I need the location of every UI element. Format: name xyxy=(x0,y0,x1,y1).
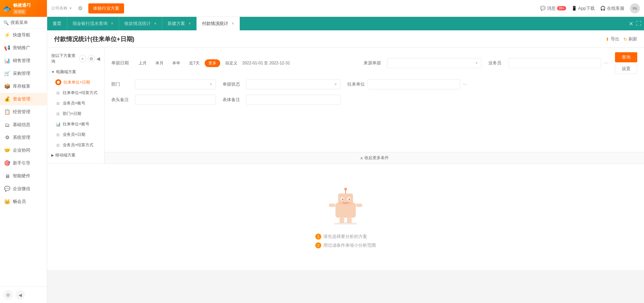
sidebar-collapse-button[interactable]: ◀ xyxy=(16,290,25,300)
search-menu-button[interactable]: 🔍 搜索菜单 xyxy=(0,17,47,29)
trial-button[interactable]: 体验行业方案 xyxy=(88,3,124,13)
sidebar-item-vip[interactable]: 👑 畅会员 xyxy=(0,195,47,208)
sidebar-item-hardware[interactable]: 🖥 智能硬件 xyxy=(0,170,47,182)
sidebar-item-basic-info[interactable]: 🗂 基础信息 xyxy=(0,118,47,131)
scheme-collapse-button[interactable]: ◀ xyxy=(96,56,100,61)
tab-receivable[interactable]: 收款情况统计 × xyxy=(119,17,162,30)
date-btn-last-7-days[interactable]: 近7天 xyxy=(185,59,203,67)
header-note-input[interactable] xyxy=(135,95,216,105)
scheme-item-salesman-date[interactable]: ⊞ 业务员+日期 xyxy=(47,129,104,140)
tab-payment-stats[interactable]: 付款情况统计 × xyxy=(197,17,240,30)
sidebar-item-operations[interactable]: 📋 经营管理 xyxy=(0,105,47,118)
date-label: 单据日期 xyxy=(111,60,135,66)
dept-label: 部门 xyxy=(111,81,135,87)
scheme-add-button[interactable]: + xyxy=(79,55,86,62)
scheme-item-salesman-payment[interactable]: ⊞ 业务员+结算方式 xyxy=(47,140,104,150)
sidebar-item-inventory[interactable]: 📦 库存核算 xyxy=(0,80,47,93)
user-avatar-text: Rit xyxy=(633,6,637,10)
partner-input[interactable] xyxy=(368,79,460,89)
tab-close-all-button[interactable]: ✕ xyxy=(629,21,633,27)
scheme-item-dept-date[interactable]: ⊞ 部门+日期 xyxy=(47,109,104,119)
sidebar-footer-settings[interactable]: ⚙ xyxy=(3,290,13,300)
scheme-item-salesman-payment-label: 业务员+结算方式 xyxy=(63,142,93,148)
empty-robot-svg xyxy=(322,184,369,224)
scheme-item-unit-date-label: 往来单位+日期 xyxy=(63,80,90,85)
scheme-group-mobile-header[interactable]: ▶ 移动端方案 xyxy=(47,150,104,160)
empty-tip-2: 2 用过滤条件来缩小分析范围 xyxy=(315,241,376,250)
sidebar-item-label: 基础信息 xyxy=(13,122,30,128)
export-icon: ⬆ xyxy=(606,37,609,42)
tab-cash-bank[interactable]: 现金银行流水查询 × xyxy=(67,17,119,30)
scheme-item-table-icon4: ⊞ xyxy=(55,132,61,138)
salesman-input[interactable] xyxy=(508,58,601,68)
scheme-settings-button[interactable]: ⚙ xyxy=(88,55,95,62)
sidebar-item-sales[interactable]: 📊 销售管理 xyxy=(0,54,47,67)
scheme-panel: 按以下方案查询 + ⚙ ◀ ▼ 电脑端方案 xyxy=(47,48,105,163)
tab-cash-bank-close[interactable]: × xyxy=(111,21,113,26)
refresh-button[interactable]: ↻ 刷新 xyxy=(623,36,637,42)
scheme-item-unit-account-label: 往来单位+账号 xyxy=(63,121,89,127)
sidebar-item-system[interactable]: ⚙ 系统管理 xyxy=(0,131,47,144)
sidebar-item-label: 企业微信 xyxy=(13,186,30,192)
scheme-group-desktop-label: 电脑端方案 xyxy=(56,69,76,75)
source-input[interactable]: ▼ xyxy=(387,58,481,68)
date-btn-custom[interactable]: 自定义 xyxy=(222,59,241,67)
sidebar-item-quick-nav[interactable]: ⚡ 快捷导航 xyxy=(0,29,47,41)
sidebar: 🐟 畅捷通巧 标准版 🔍 搜索菜单 ⚡ 快捷导航 📢 营销推广 📊 销售管理 🛒… xyxy=(0,0,47,303)
sidebar-item-purchase[interactable]: 🛒 采购管理 xyxy=(0,67,47,80)
app-download-button[interactable]: 📱 App下载 xyxy=(572,5,595,11)
settings-small-button[interactable]: 设置 xyxy=(615,64,637,74)
sidebar-item-label: 新手引导 xyxy=(13,160,30,166)
sidebar-item-label: 营销推广 xyxy=(13,45,30,51)
tab-receivable-close[interactable]: × xyxy=(154,21,156,26)
doc-status-input[interactable]: ▼ xyxy=(246,79,341,89)
scheme-group-mobile: ▶ 移动端方案 xyxy=(47,150,104,160)
scheme-item-chart-icon: 📊 xyxy=(55,122,61,127)
funds-icon: 💰 xyxy=(4,96,10,102)
scheme-item-unit-payment[interactable]: ⊞ 往来单位+结算方式 xyxy=(47,88,104,98)
online-service-button[interactable]: 🎧 在线客服 xyxy=(600,5,624,11)
scheme-item-table-icon: ⊞ xyxy=(55,90,61,96)
sidebar-item-guide[interactable]: 🎯 新手引导 xyxy=(0,157,47,170)
body-note-input[interactable] xyxy=(246,95,341,105)
tab-new-scheme-close[interactable]: × xyxy=(188,21,191,26)
date-btn-last-month[interactable]: 上月 xyxy=(135,59,150,67)
export-button[interactable]: ⬆ 导出 xyxy=(606,36,619,42)
date-btn-this-month[interactable]: 本月 xyxy=(152,59,167,67)
dept-input[interactable]: ▼ xyxy=(135,79,216,89)
sidebar-item-enterprise[interactable]: 🤝 企业协同 xyxy=(0,144,47,157)
salesman-dots-button[interactable]: ··· xyxy=(603,60,610,66)
sidebar-item-wechat[interactable]: 💬 企业微信 xyxy=(0,182,47,195)
scheme-group-desktop-header[interactable]: ▼ 电脑端方案 xyxy=(47,67,104,77)
tab-cash-bank-label: 现金银行流水查询 xyxy=(72,21,108,27)
query-button[interactable]: 查询 xyxy=(615,52,637,62)
sidebar-item-funds[interactable]: 💰 资金管理 xyxy=(0,93,47,105)
svg-point-12 xyxy=(334,222,357,224)
date-btn-more[interactable]: 更多 xyxy=(205,59,220,67)
collapse-more-button[interactable]: ∧ 收起更多条件 xyxy=(105,152,644,163)
messages-badge: 99+ xyxy=(557,6,566,10)
header-settings-button[interactable]: ⚙ xyxy=(76,4,85,13)
tab-new-scheme-label: 新建方案 xyxy=(168,21,185,27)
tab-new-scheme[interactable]: 新建方案 × xyxy=(162,17,197,30)
tab-fullscreen-button[interactable]: ⛶ xyxy=(636,21,641,27)
tab-payment-stats-close[interactable]: × xyxy=(232,21,234,26)
sidebar-header: 🐟 畅捷通巧 标准版 xyxy=(0,0,47,17)
vip-icon: 👑 xyxy=(4,199,10,205)
user-avatar[interactable]: Rit xyxy=(630,3,640,13)
tab-home[interactable]: 首页 xyxy=(47,17,67,30)
svg-rect-9 xyxy=(356,204,362,207)
scheme-item-salesman-account[interactable]: ⊞ 业务员+账号 xyxy=(47,98,104,109)
salesman-field-wrap: ··· xyxy=(508,58,610,68)
scheme-item-unit-date[interactable]: 往来单位+日期 xyxy=(47,77,104,88)
date-options: 上月 本月 本年 近7天 更多 自定义 2022-01-01 至 2022-12… xyxy=(135,59,357,67)
messages-button[interactable]: 💬 消息 99+ xyxy=(540,5,566,11)
scheme-item-unit-account[interactable]: 📊 往来单位+账号 xyxy=(47,119,104,129)
basic-info-icon: 🗂 xyxy=(4,122,10,128)
date-btn-this-year[interactable]: 本年 xyxy=(169,59,184,67)
empty-tip-1-text: 请先选择要分析的方案 xyxy=(323,232,367,241)
partner-dots-button[interactable]: ··· xyxy=(462,81,469,87)
sidebar-item-marketing[interactable]: 📢 营销推广 xyxy=(0,41,47,54)
scheme-panel-header: 按以下方案查询 + ⚙ ◀ xyxy=(47,51,104,67)
company-selector[interactable]: 公司名称 ▼ xyxy=(51,5,72,11)
